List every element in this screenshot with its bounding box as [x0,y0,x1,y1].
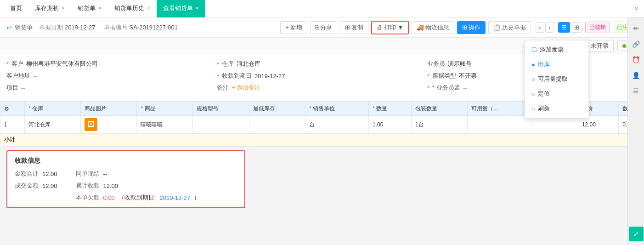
doc-date-value: 2019-12-27 [65,24,96,31]
sidebar-list-icon[interactable]: ☰ [629,84,644,98]
outstanding-value: 0.00 [103,194,115,201]
customer-field: * 客户 柳州粤港平安气体有限公司 [6,60,217,68]
due-date-value: 2019-12-27 [254,73,285,80]
sidebar-clock-icon[interactable]: ⏰ [629,52,644,67]
col-product: * 商品 [137,102,193,116]
tab-sales-order[interactable]: 销货单 × [71,0,108,17]
tab-sales-history[interactable]: 销货单历史 × [108,0,157,17]
deal-amount-label: 成交金额 [15,182,39,190]
due-date-field: * 收款到期日 2019-12-27 [217,72,427,80]
tab-sales-history-close[interactable]: × [147,5,150,11]
history-icon: 📋 [493,24,501,31]
warehouse-value: 河北仓库 [237,60,260,68]
cell-min-stock [249,116,305,134]
doc-date-label: 单据日期 [39,23,63,32]
cell-warehouse: 河北仓库 [24,116,80,134]
doc-number-field: 单据编号 SA-20191227-001 [104,23,178,32]
tab-sales-history-label: 销货单历史 [114,4,144,12]
ticket-type-label: 票据类型 [432,72,456,80]
table-row: 1 河北仓库 🖼 嘻嘻嘻嘻 台 1.00 1台 12.00 0. [0,116,644,134]
sidebar-expand-icon[interactable]: ⤢ [629,227,644,241]
cell-available [468,116,532,134]
doc-title-text: 销货单 [15,23,33,32]
payment-rows: 金额合计 12.00 成交金额 12.00 同单现结 -- 累计收款 12.00… [15,170,237,202]
operation-button[interactable]: ⊞ 操作 [457,21,486,34]
col-unit: * 销售单位 [305,102,368,116]
outbound-icon: ● [531,61,535,68]
copy-button[interactable]: ⊞ 复制 [340,21,368,34]
share-button[interactable]: ⎘ 分享 [310,21,337,34]
col-qty: * 数量 [368,102,411,116]
outstanding-close: ） [194,194,200,202]
customer-req: * [6,61,9,68]
tab-home-label: 首页 [10,4,22,12]
staff2-value: -- [463,85,467,91]
cell-unit: 台 [305,116,368,134]
tab-inventory-init[interactable]: 库存期初 × [28,0,71,17]
copy-label: 复制 [351,23,363,32]
logistics-button[interactable]: 🚚 物流信息 [412,21,454,34]
col-available: 可用量（... [468,102,532,116]
cell-current-stock [532,116,578,134]
staff-label: 业务员 [427,60,445,68]
tab-check-sales[interactable]: 查看销货单 × [157,0,205,17]
ticket-type-value: 不开票 [459,72,477,80]
sold-badge: 已核销 [585,22,610,33]
address-value: -- [33,73,37,80]
prev-button[interactable]: ‹ [536,22,544,33]
total-amount-row: 金额合计 12.00 [15,170,57,178]
col-warehouse: * 仓库 [24,102,80,116]
outstanding-row: 本单欠款 0.00 （收款到期日: 2019-12-27 ） [76,194,200,202]
cell-qty: 1.00 [368,116,411,134]
dropdown-refresh[interactable]: ○ 刷新 [525,101,588,116]
tab-home[interactable]: 首页 [4,0,28,17]
col-settings: ⚙ [0,102,25,116]
next-button[interactable]: › [545,22,554,33]
sidebar-link-icon[interactable]: 🔗 [629,37,644,51]
payment-info: 收款信息 金额合计 12.00 成交金额 12.00 同单现结 -- 累计收款 … [6,150,245,208]
cell-img: 🖼 [80,116,136,134]
dropdown-available-qty[interactable]: ○ 可用量提取 [525,72,588,86]
print-button[interactable]: 🖨 打印 ▼ [372,22,408,34]
doc-meta: 单据日期 2019-12-27 单据编号 SA-20191227-001 [39,23,178,32]
new-button[interactable]: + 新增 [280,21,307,34]
project-field: 项目 -- [6,84,217,92]
list-view-button[interactable]: ☰ [558,22,570,33]
project-label: 项目 [6,84,18,92]
dropdown-locate[interactable]: ○ 定位 [525,86,588,101]
sidebar-user-icon[interactable]: 👤 [629,68,644,83]
staff2-label: * 业务员孟 [432,84,460,92]
sidebar-edit-icon[interactable]: ✏ [629,21,644,36]
tab-check-sales-close[interactable]: × [196,5,199,11]
doc-number-value: SA-20191227-001 [130,24,178,31]
cell-pkg-qty: 1台 [411,116,467,134]
tab-inventory-init-close[interactable]: × [62,5,65,11]
subtotal-label: 小计 [0,134,644,147]
same-order-row: 同单现结 -- [76,170,200,178]
same-order-value: -- [103,171,107,177]
cell-unit-price: 12.00 [578,116,618,134]
dropdown-outbound[interactable]: ● 出库 [525,57,588,72]
total-amount-value: 12.00 [42,171,57,177]
add-remark-btn[interactable]: 添加备注 [232,84,260,92]
outstanding-note: （收款到期日: [119,194,156,202]
tab-sales-order-label: 销货单 [78,4,96,12]
history-button[interactable]: 📋 历史单据 [488,21,531,34]
print-icon: 🖨 [377,24,383,31]
same-order-label: 同单现结 [76,170,100,178]
dropdown-add-invoice[interactable]: ☐ 添加发票 [525,42,588,57]
tab-inventory-init-label: 库存期初 [35,4,59,12]
tab-sales-order-close[interactable]: × [98,5,102,11]
tab-check-sales-label: 查看销货单 [163,4,193,12]
copy-icon: ⊞ [345,24,350,31]
dropdown-menu: ☐ 添加发票 ● 出库 ○ 可用量提取 ○ 定位 ○ 刷新 [525,40,589,118]
history-label: 历史单据 [502,23,526,32]
cumulative-label: 累计收款 [76,182,100,190]
cell-spec [193,116,249,134]
global-close-button[interactable]: × [634,5,638,13]
grid-view-button[interactable]: ⊞ [571,22,582,33]
customer-value: 柳州粤港平安气体有限公司 [26,60,98,68]
print-arrow: ▼ [397,24,403,31]
ticket-status-label: 未开票 [591,42,609,50]
warehouse-field: * 仓库 河北仓库 [217,60,427,68]
